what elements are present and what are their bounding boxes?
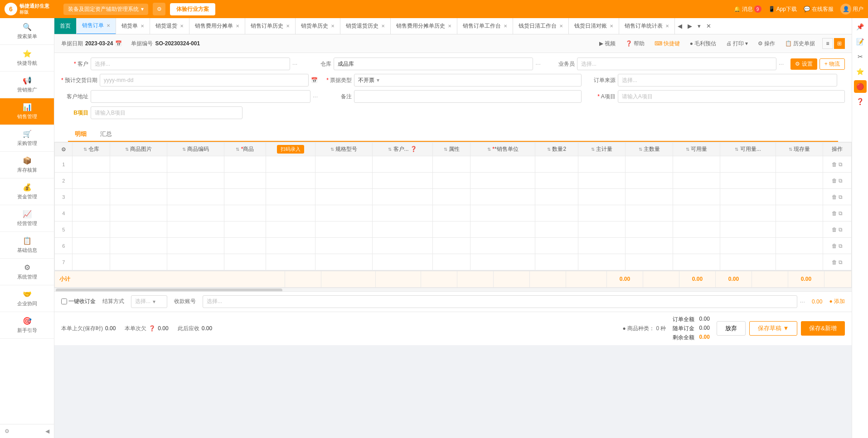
receipt-account-input[interactable]: 选择... <box>203 295 797 308</box>
tab-prev-button[interactable]: ◀ <box>675 18 685 34</box>
tab-next-button[interactable]: ▶ <box>685 18 695 34</box>
tab-sales-order[interactable]: 销售订单 ✕ <box>77 18 116 34</box>
row-main-qty[interactable] <box>626 189 673 205</box>
row-qty2[interactable] <box>535 156 578 173</box>
tab-close-all-button[interactable]: ✕ <box>703 18 714 34</box>
row-customer-code[interactable] <box>372 189 433 205</box>
row-unit[interactable] <box>470 189 535 205</box>
row-qty2[interactable] <box>535 205 578 221</box>
operate-button[interactable]: ⚙ 操作 <box>755 39 778 48</box>
row-qty2[interactable] <box>535 221 578 238</box>
row-code[interactable] <box>167 238 224 254</box>
user-button[interactable]: 👤 用户 <box>840 4 863 14</box>
message-button[interactable]: 🔔 消息 9 <box>734 5 761 13</box>
tab-close-icon[interactable]: ✕ <box>559 24 563 29</box>
list-view-button[interactable]: ≡ <box>822 38 833 49</box>
delivery-input[interactable]: yyyy-mm-dd <box>100 74 309 87</box>
tab-close-icon[interactable]: ✕ <box>665 24 669 29</box>
row-warehouse[interactable] <box>73 254 110 270</box>
staff-expand-icon[interactable]: ··· <box>779 60 784 67</box>
add-receipt-button[interactable]: ● 添加 <box>829 298 845 305</box>
payment-method-select[interactable]: 选择... ▾ <box>131 295 167 308</box>
tab-sales-order-history[interactable]: 销售订单历史 ✕ <box>245 18 296 34</box>
tab-close-icon[interactable]: ✕ <box>381 24 385 29</box>
save-new-button[interactable]: 保存&新增 <box>801 321 845 336</box>
tab-close-icon[interactable]: ✕ <box>610 24 613 29</box>
customer-input[interactable]: 选择... <box>91 58 290 70</box>
row-main-qty[interactable] <box>626 205 673 221</box>
row-copy-button[interactable]: ⧉ <box>839 194 843 200</box>
row-code[interactable] <box>167 254 224 270</box>
merchandise-info-icon[interactable]: ● <box>623 325 626 332</box>
row-copy-button[interactable]: ⧉ <box>839 243 843 249</box>
info-icon[interactable]: ❓ <box>410 146 417 152</box>
tab-sales-goods[interactable]: 销货单 ✕ <box>116 18 150 34</box>
right-panel-cut-button[interactable]: ✂ <box>854 50 867 63</box>
row-unit[interactable] <box>470 156 535 173</box>
view-button[interactable]: ▶ 视频 <box>596 39 618 48</box>
row-unit[interactable] <box>470 254 535 270</box>
tab-fee-history[interactable]: 销售费用分摊单历史 ✕ <box>391 18 457 34</box>
row-main-qty[interactable] <box>626 254 673 270</box>
tab-list-button[interactable]: ▾ <box>695 18 703 34</box>
settings-link-button[interactable]: ⚙ 设置 <box>790 58 817 70</box>
customer-expand-icon[interactable]: ··· <box>292 60 298 67</box>
row-copy-button[interactable]: ⧉ <box>839 178 843 184</box>
row-unit[interactable] <box>470 205 535 221</box>
row-spec[interactable] <box>315 254 372 270</box>
row-main-qty[interactable] <box>626 221 673 238</box>
row-delete-button[interactable]: 🗑 <box>832 259 837 265</box>
warehouse-input[interactable]: 成品库 <box>334 58 533 70</box>
right-panel-pin-button[interactable]: 📌 <box>854 20 867 33</box>
row-delete-button[interactable]: 🗑 <box>832 210 837 217</box>
row-warehouse[interactable] <box>73 189 110 205</box>
profit-button[interactable]: ● 毛利预估 <box>687 39 719 48</box>
tab-sales-stats[interactable]: 销售订单统计表 ✕ <box>619 18 675 34</box>
calendar2-icon[interactable]: 📅 <box>311 77 318 83</box>
address-expand-icon[interactable]: ··· <box>313 93 318 100</box>
row-delete-button[interactable]: 🗑 <box>832 161 837 168</box>
tab-close-icon[interactable]: ✕ <box>504 24 507 29</box>
row-customer-code[interactable] <box>372 254 433 270</box>
row-unit[interactable] <box>470 238 535 254</box>
row-customer-code[interactable] <box>372 156 433 173</box>
row-spec[interactable] <box>315 156 372 173</box>
row-spec[interactable] <box>315 221 372 238</box>
print-button[interactable]: 🖨 打印 ▾ <box>723 39 751 48</box>
row-attribute[interactable] <box>433 156 470 173</box>
row-name[interactable] <box>224 221 266 238</box>
add-item-button[interactable]: + 物流 <box>820 58 845 70</box>
row-attribute[interactable] <box>433 189 470 205</box>
row-name[interactable] <box>224 156 266 173</box>
sidebar-item-finance[interactable]: 💰 资金管理 <box>0 178 54 205</box>
row-copy-button[interactable]: ⧉ <box>839 210 843 217</box>
invoice-select[interactable]: 不开票 ▾ <box>354 74 581 87</box>
sidebar-item-purchase[interactable]: 🛒 采购管理 <box>0 125 54 152</box>
row-qty2[interactable] <box>535 254 578 270</box>
online-service-button[interactable]: 💬 在线客服 <box>804 5 834 13</box>
grid-view-button[interactable]: ⊞ <box>834 38 845 49</box>
row-name[interactable] <box>224 205 266 221</box>
calendar-icon[interactable]: 📅 <box>115 40 122 47</box>
shortcut-button[interactable]: ⌨ 快捷键 <box>652 39 683 48</box>
one-click-checkbox-input[interactable] <box>61 298 67 304</box>
row-delete-button[interactable]: 🗑 <box>832 178 837 184</box>
row-code[interactable] <box>167 156 224 173</box>
sidebar-item-marketing[interactable]: 📢 营销推广 <box>0 72 54 98</box>
b-project-input[interactable]: 请输入B项目 <box>91 106 242 119</box>
history-button[interactable]: 📋 历史单据 <box>782 39 818 48</box>
row-unit[interactable] <box>470 173 535 189</box>
row-warehouse[interactable] <box>73 238 110 254</box>
address-input[interactable] <box>91 90 310 103</box>
save-draft-button[interactable]: 保存草稿 ▼ <box>749 321 798 336</box>
row-attribute[interactable] <box>433 221 470 238</box>
tab-close-icon[interactable]: ✕ <box>448 24 451 29</box>
row-warehouse[interactable] <box>73 221 110 238</box>
row-name[interactable] <box>224 189 266 205</box>
sidebar-item-inventory[interactable]: 📦 库存核算 <box>0 152 54 178</box>
row-customer-code[interactable] <box>372 238 433 254</box>
info-icon2[interactable]: ❓ <box>149 325 155 332</box>
tab-close-icon[interactable]: ✕ <box>141 24 144 29</box>
tab-sales-fee[interactable]: 销售费用分摊单 ✕ <box>189 18 245 34</box>
tab-daily-reconcile[interactable]: 钱货日清对账 ✕ <box>569 18 619 34</box>
